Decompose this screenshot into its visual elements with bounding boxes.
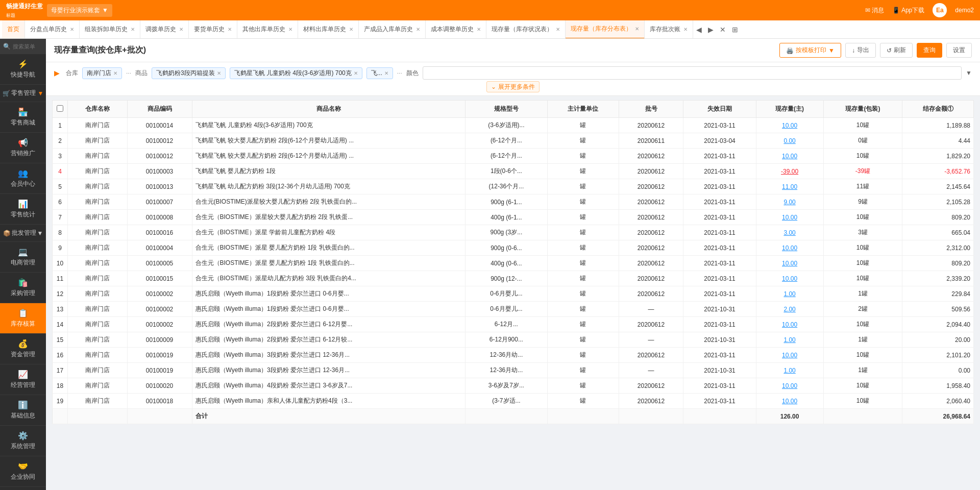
tab-picci[interactable]: 库存批次账 ✕ — [645, 20, 693, 39]
tab-fenpan[interactable]: 分盘点单历史 ✕ — [25, 20, 80, 39]
tab-close-cailiaochu[interactable]: ✕ — [349, 27, 353, 32]
org-selector[interactable]: 母婴行业演示账套 ▼ — [47, 4, 112, 17]
cell-stock-main[interactable]: 10.00 — [756, 271, 823, 286]
tab-close-chancheng[interactable]: ✕ — [416, 27, 420, 32]
tab-cailiaochu[interactable]: 材料出库单历史 ✕ — [298, 20, 359, 39]
cell-code: 00100008 — [127, 210, 192, 225]
cell-stock-main[interactable]: 10.00 — [756, 317, 823, 332]
cell-stock-main[interactable]: 2.00 — [756, 302, 823, 317]
print-btn[interactable]: 🖨️ 按模板打印 ▼ — [779, 43, 841, 58]
sidebar-item-retail-stats[interactable]: 📊 零售统计 — [0, 194, 46, 225]
cell-stock-main[interactable]: 1.00 — [756, 286, 823, 302]
product-tag-2-remove[interactable]: ✕ — [354, 70, 358, 76]
query-btn[interactable]: 查询 — [917, 43, 942, 58]
filter-area: ▶ 合库 南岸门店 ✕ ··· 商品 飞鹤奶粉3段丙箱提装 ✕ 飞鹤星飞帆 儿童… — [46, 62, 980, 96]
tab-close-chengben[interactable]: ✕ — [477, 27, 481, 32]
cell-code: 00100018 — [127, 394, 192, 409]
sidebar-item-guide[interactable]: 🎯 新手引导 — [0, 487, 46, 490]
tab-close-fenpan[interactable]: ✕ — [70, 27, 74, 32]
tab-close-fen[interactable]: ✕ — [635, 26, 639, 32]
app-download-btn[interactable]: 📱 App下载 — [892, 6, 924, 15]
tab-close-qita[interactable]: ✕ — [288, 27, 292, 32]
sidebar-item-retail[interactable]: 🛒 零售管理 ▼ — [0, 85, 46, 102]
cell-stock-main[interactable]: 10.00 — [756, 210, 823, 225]
cell-stock-main[interactable]: 0.00 — [756, 133, 823, 149]
cell-stock-main[interactable]: 1.00 — [756, 332, 823, 348]
tab-chengben[interactable]: 成本调整单历史 ✕ — [426, 20, 486, 39]
export-btn[interactable]: ↓ 导出 — [845, 43, 876, 58]
tab-yaohuo[interactable]: 要货单历史 ✕ — [189, 20, 237, 39]
cell-balance: 4.44 — [902, 133, 974, 149]
cell-spec: 12-36月幼... — [465, 348, 547, 363]
cell-stock-main[interactable]: 10.00 — [756, 149, 823, 164]
table-row: 2 南岸门店 00100012 飞鹤星飞帆 较大婴儿配方奶粉 2段(6-12个月… — [53, 133, 974, 149]
sidebar-item-ecommerce[interactable]: 💻 电商管理 — [0, 242, 46, 273]
tab-kucun-fen[interactable]: 现存量（库存分布表） ✕ — [566, 20, 645, 39]
tab-menu[interactable]: ⊞ — [729, 26, 741, 34]
sidebar-item-marketing[interactable]: 📢 营销推广 — [0, 133, 46, 163]
cell-stock-main[interactable]: 10.00 — [756, 256, 823, 271]
cell-stock-main[interactable]: 10.00 — [756, 118, 823, 133]
color-input[interactable] — [423, 66, 962, 80]
tab-tiaob[interactable]: 调拨单历史 ✕ — [140, 20, 189, 39]
search-input[interactable] — [13, 43, 43, 50]
sidebar-item-system[interactable]: ⚙️ 系统管理 — [0, 426, 46, 456]
tab-zuzhuan[interactable]: 组装拆卸单历史 ✕ — [80, 20, 140, 39]
cell-stock-main[interactable]: 3.00 — [756, 225, 823, 240]
tab-close-yaohuo[interactable]: ✕ — [228, 27, 232, 32]
tab-close-tiaob[interactable]: ✕ — [179, 27, 183, 32]
cell-stock-main[interactable]: 10.00 — [756, 394, 823, 409]
tab-close-picci[interactable]: ✕ — [683, 27, 688, 32]
cell-stock-main[interactable]: 9.00 — [756, 194, 823, 210]
tab-home[interactable]: 首页 — [2, 20, 25, 39]
cell-name: 惠氏启颐（Wyeth illuma）1段奶粉 爱尔兰进口 0-6月婴... — [192, 302, 465, 317]
product-tag-3-remove[interactable]: ✕ — [384, 70, 388, 76]
cell-index: 13 — [53, 302, 68, 317]
product-tag-1-remove[interactable]: ✕ — [217, 70, 221, 76]
cell-stock-main[interactable]: 10.00 — [756, 378, 823, 394]
warehouse-tag-remove[interactable]: ✕ — [113, 70, 117, 76]
tab-qita[interactable]: 其他出库单历史 ✕ — [237, 20, 298, 39]
sidebar-item-operations[interactable]: 📈 经营管理 — [0, 364, 46, 395]
sidebar-item-inventory[interactable]: 📋 库存核算 — [0, 303, 46, 334]
tab-kucun-kuang[interactable]: 现存量（库存状况表） ✕ — [486, 20, 566, 39]
sidebar-item-basic[interactable]: ℹ️ 基础信息 — [0, 395, 46, 426]
cell-code: 00100007 — [127, 194, 192, 210]
cell-index: 6 — [53, 194, 68, 210]
col-stock-pkg: 现存量(包装) — [823, 101, 902, 118]
select-all-checkbox[interactable] — [57, 105, 63, 112]
cell-stock-main[interactable]: -39.00 — [756, 164, 823, 179]
product-dots[interactable]: ··· — [397, 69, 402, 77]
cell-index: 1 — [53, 118, 68, 133]
message-btn[interactable]: ✉ 消息 — [865, 6, 884, 15]
color-dropdown[interactable]: ▼ — [966, 69, 972, 77]
table-row: 19 南岸门店 00100018 惠氏启颐（Wyeth illuma）亲和人体儿… — [53, 394, 974, 409]
tab-close-zuzhuan[interactable]: ✕ — [131, 27, 135, 32]
cell-stock-main[interactable]: 10.00 — [756, 240, 823, 256]
sidebar-item-shop[interactable]: 🏪 零售商城 — [0, 102, 46, 133]
cell-balance: 0.00 — [902, 363, 974, 378]
tab-close-all[interactable]: ✕ — [717, 26, 729, 34]
sidebar-item-quicknav[interactable]: ⚡ 快捷导航 — [0, 54, 46, 85]
warehouse-dots[interactable]: ··· — [126, 69, 131, 77]
cell-warehouse: 南岸门店 — [68, 164, 128, 179]
cell-stock-pkg: 10罐 — [823, 348, 902, 363]
sidebar-item-wholesale[interactable]: 📦 批发管理 ▼ — [0, 225, 46, 242]
tab-nav-prev[interactable]: ◀ — [693, 26, 705, 34]
tab-close-kuang[interactable]: ✕ — [556, 27, 560, 32]
sidebar-item-collab[interactable]: 🤝 企业协同 — [0, 456, 46, 487]
refresh-btn[interactable]: ↺ 刷新 — [880, 43, 913, 58]
sidebar-item-member[interactable]: 👥 会员中心 — [0, 163, 46, 194]
expand-more-btn[interactable]: ⌄ 展开更多条件 — [486, 81, 539, 92]
sidebar-item-finance[interactable]: 💰 资金管理 — [0, 334, 46, 364]
settings-btn[interactable]: 设置 — [946, 43, 972, 58]
filter-expand-icon[interactable]: ▶ — [54, 69, 60, 77]
tab-chancheng[interactable]: 产成品入库单历史 ✕ — [359, 20, 426, 39]
sidebar-item-purchase[interactable]: 🛍️ 采购管理 — [0, 273, 46, 303]
cell-stock-main[interactable]: 10.00 — [756, 348, 823, 363]
tab-nav-next[interactable]: ▶ — [705, 26, 717, 34]
cell-batch: — — [619, 332, 683, 348]
avatar[interactable]: Ea — [933, 3, 947, 17]
cell-stock-main[interactable]: 11.00 — [756, 179, 823, 194]
cell-stock-main[interactable]: 1.00 — [756, 363, 823, 378]
